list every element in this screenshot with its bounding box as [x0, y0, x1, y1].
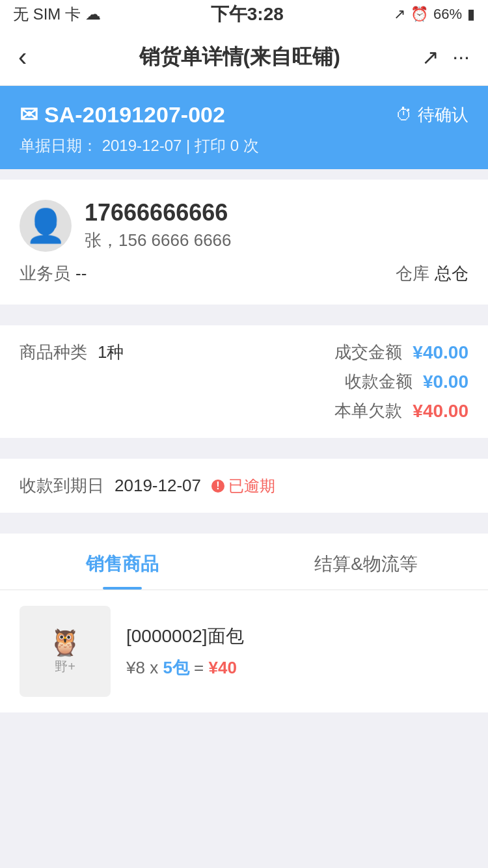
page-title: 销货单详情(来自旺铺) [139, 43, 340, 72]
tab-sales-goods[interactable]: 销售商品 [0, 534, 244, 590]
divider-4 [0, 523, 488, 534]
tab-underline [103, 587, 142, 590]
due-date-section: 收款到期日 2019-12-07 ! 已逾期 [0, 459, 488, 513]
transaction-row: 成交金额 ¥40.00 [334, 341, 468, 364]
order-status: ⏱ 待确认 [396, 103, 468, 126]
nav-bar: ‹ 销货单详情(来自旺铺) ↗︎ ··· [0, 29, 488, 86]
product-info: [0000002]面包 ¥8 x 5包 = ¥40 [126, 624, 468, 679]
divider-3 [0, 448, 488, 459]
goods-type-info: 商品种类 1种 [20, 341, 124, 364]
product-thumb-content: 🦉 野+ [49, 627, 81, 675]
product-thumbnail: 🦉 野+ [20, 606, 111, 697]
avatar-icon: 👤 [25, 207, 66, 245]
tabs-section: 销售商品 结算&物流等 [0, 534, 488, 590]
order-header-banner: ✉ SA-20191207-002 ⏱ 待确认 单据日期： 2019-12-07… [0, 86, 488, 169]
order-date-row: 单据日期： 2019-12-07 | 打印 0 次 [20, 135, 468, 156]
status-time: 下午3:28 [211, 2, 284, 27]
tabs-header: 销售商品 结算&物流等 [0, 534, 488, 590]
share-icon[interactable]: ↗︎ [422, 45, 439, 70]
more-icon[interactable]: ··· [452, 45, 470, 69]
status-left: 无 SIM 卡 ☁ [13, 4, 101, 25]
customer-section: 👤 17666666666 张，156 6666 6666 业务员 -- 仓库 … [0, 180, 488, 305]
summary-section: 商品种类 1种 成交金额 ¥40.00 收款金额 ¥0.00 本单欠款 ¥40.… [0, 325, 488, 438]
warehouse-info: 仓库 总仓 [396, 262, 468, 285]
product-item: 🦉 野+ [0000002]面包 ¥8 x 5包 = ¥40 [20, 606, 468, 697]
status-right: ↗ ⏰ 66% ▮ [394, 6, 475, 23]
product-section: 🦉 野+ [0000002]面包 ¥8 x 5包 = ¥40 [0, 590, 488, 712]
empty-area [0, 712, 488, 868]
order-id: ✉ SA-20191207-002 [20, 102, 225, 128]
sim-label: 无 SIM 卡 ☁ [13, 4, 101, 25]
location-icon: ↗ [394, 6, 405, 23]
battery-label: 66% [433, 6, 462, 23]
clock-icon: ⏱ [396, 105, 413, 125]
order-icon: ✉ [20, 102, 38, 128]
owed-row: 本单欠款 ¥40.00 [334, 400, 468, 422]
divider-2 [0, 315, 488, 325]
product-name: [0000002]面包 [126, 624, 468, 649]
avatar: 👤 [20, 200, 72, 252]
overdue-icon: ! [211, 480, 224, 493]
product-thumb-text: 野+ [49, 658, 81, 675]
status-bar: 无 SIM 卡 ☁ 下午3:28 ↗ ⏰ 66% ▮ [0, 0, 488, 29]
product-price-row: ¥8 x 5包 = ¥40 [126, 657, 468, 679]
received-row: 收款金额 ¥0.00 [345, 370, 468, 393]
customer-name: 张，156 6666 6666 [85, 229, 232, 252]
product-thumb-icon: 🦉 [49, 627, 81, 658]
tab-settlement[interactable]: 结算&物流等 [244, 534, 488, 590]
salesperson-info: 业务员 -- [20, 262, 87, 285]
back-button[interactable]: ‹ [18, 42, 57, 72]
battery-icon: ▮ [467, 6, 475, 23]
overdue-badge: ! 已逾期 [211, 476, 275, 496]
alarm-icon: ⏰ [411, 6, 428, 23]
divider-1 [0, 169, 488, 180]
nav-actions: ↗︎ ··· [422, 45, 470, 70]
amount-info: 成交金额 ¥40.00 收款金额 ¥0.00 本单欠款 ¥40.00 [334, 341, 468, 422]
customer-phone: 17666666666 [85, 199, 232, 226]
